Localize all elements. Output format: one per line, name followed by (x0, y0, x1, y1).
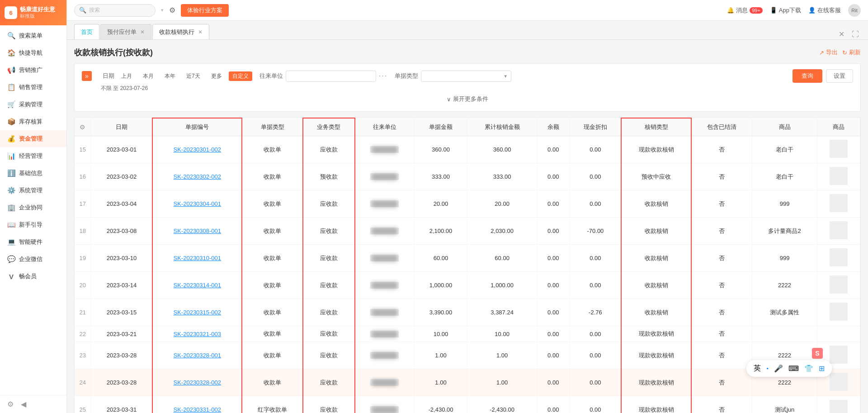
filter-voucher-type-select[interactable] (421, 71, 511, 82)
row-partner: ██████ (355, 245, 414, 272)
sidebar-item-operation[interactable]: 📊 经营管理 (0, 147, 66, 165)
row-biz-type: 应收款 (303, 299, 355, 326)
finance-icon: 💰 (7, 135, 15, 143)
collapse-icon[interactable]: ◀ (21, 400, 26, 408)
row-product: 2222 (752, 272, 817, 299)
table-row: 17 2023-03-04 SK-20230304-001 收款单 应收款 ██… (75, 190, 860, 218)
expand-tabs-icon[interactable]: ⛶ (850, 29, 861, 39)
filter-date-this-month[interactable]: 本月 (139, 71, 158, 81)
search-bar[interactable]: 🔍 搜索 (74, 4, 156, 17)
filter-toggle-btn[interactable]: » (82, 71, 92, 81)
row-include-settled: 否 (691, 396, 752, 413)
app-icon: 📱 (770, 7, 777, 14)
filter-date-last-month[interactable]: 上月 (117, 71, 136, 81)
col-settings-header[interactable]: ⚙ (75, 118, 91, 136)
row-write-off-type: 收款核销 (621, 299, 691, 326)
float-icon-shirt[interactable]: 👕 (802, 363, 815, 374)
topbar: 🔍 搜索 ▾ ⚙ 体验行业方案 🔔 消息 99+ 📱 App下载 👤 在线客服 (67, 0, 868, 21)
row-cash-discount: 0.00 (570, 369, 621, 396)
sidebar-item-basic[interactable]: ℹ️ 基础信息 (0, 165, 66, 182)
sidebar-item-member[interactable]: V 畅会员 (0, 268, 66, 285)
row-cumulative: 1,000.00 (467, 272, 537, 299)
tab-close-collection[interactable]: ✕ (198, 29, 203, 35)
sidebar-item-hardware[interactable]: 💻 智能硬件 (0, 233, 66, 251)
row-write-off-type: 现款收款核销 (621, 369, 691, 396)
col-write-off-type-header: 核销类型 (621, 118, 691, 136)
close-all-tabs-icon[interactable]: ✕ (837, 29, 846, 39)
sidebar-item-search[interactable]: 🔍 搜索菜单 (0, 27, 66, 44)
filter-date-custom[interactable]: 自定义 (229, 71, 252, 81)
row-amount: 3,390.00 (414, 299, 467, 326)
float-icon-ying[interactable]: 英 (752, 363, 763, 374)
filter-date-this-year[interactable]: 本年 (160, 71, 179, 81)
row-cash-discount: 0.00 (570, 190, 621, 218)
row-voucher-no: SK-20230331-002 (152, 396, 242, 413)
refresh-button[interactable]: ↻ 刷新 (842, 48, 861, 57)
sidebar-item-finance[interactable]: 💰 资金管理 (0, 130, 66, 147)
row-partner: ██████ (355, 272, 414, 299)
row-voucher-type: 收款单 (242, 190, 303, 218)
row-amount: 1,000.00 (414, 272, 467, 299)
industry-solution-button[interactable]: 体验行业方案 (181, 4, 229, 17)
row-voucher-no: SK-20230308-001 (152, 218, 242, 245)
sidebar-item-marketing[interactable]: 📢 营销推广 (0, 62, 66, 79)
table-row: 22 2023-03-21 SK-20230321-003 收款单 应收款 ██… (75, 326, 860, 342)
tab-collection[interactable]: 收款核销执行 ✕ (152, 24, 209, 39)
row-cumulative: 1.00 (467, 342, 537, 369)
sidebar-item-company[interactable]: 🏢 企业协同 (0, 199, 66, 216)
export-button[interactable]: ↗ 导出 (819, 48, 838, 57)
filter-date-7days[interactable]: 近7天 (182, 71, 204, 81)
sidebar-item-quicknav[interactable]: 🏠 快捷导航 (0, 44, 66, 62)
avatar[interactable]: Rit (848, 4, 861, 17)
col-settings-icon[interactable]: ⚙ (80, 123, 85, 131)
float-icon-keyboard[interactable]: ⌨ (787, 363, 801, 374)
filter-date-more[interactable]: 更多 (207, 71, 226, 81)
row-voucher-no: SK-20230321-003 (152, 326, 242, 342)
float-icon-mic[interactable]: 🎤 (772, 363, 785, 374)
float-icon-dot[interactable]: ● (764, 366, 770, 371)
row-product2 (817, 326, 860, 342)
row-voucher-type: 收款单 (242, 369, 303, 396)
row-balance: 0.00 (537, 326, 570, 342)
filter-bar: » 日期 上月 本月 本年 近7天 更多 自定义 往来单位 (74, 63, 861, 112)
notifications-item[interactable]: 🔔 消息 99+ (727, 6, 763, 14)
row-date: 2023-03-04 (91, 190, 152, 218)
sidebar-item-system[interactable]: ⚙️ 系统管理 (0, 182, 66, 199)
float-toolbar: 英 ● 🎤 ⌨ 👕 ⊞ (746, 360, 832, 377)
sidebar-item-purchase[interactable]: 🛒 采购管理 (0, 96, 66, 113)
filter-date-buttons: 上月 本月 本年 近7天 更多 自定义 (117, 71, 252, 81)
table-row: 19 2023-03-10 SK-20230310-001 收款单 应收款 ██… (75, 245, 860, 272)
sidebar-item-guide[interactable]: 📖 新手引导 (0, 216, 66, 233)
row-cash-discount: -2.76 (570, 299, 621, 326)
sidebar-item-wechat[interactable]: 💬 企业微信 (0, 251, 66, 268)
float-icon-grid[interactable]: ⊞ (817, 363, 826, 374)
sidebar-item-sales[interactable]: 📋 销售管理 (0, 79, 66, 96)
tab-home[interactable]: 首页 (74, 24, 99, 39)
filter-partner-label: 往来单位 (259, 72, 283, 80)
marketing-icon: 📢 (7, 66, 15, 74)
search-icon: 🔍 (7, 32, 15, 40)
settings-button[interactable]: 设置 (826, 69, 853, 83)
sidebar-item-inventory[interactable]: 📦 库存核算 (0, 113, 66, 130)
row-cumulative: 360.00 (467, 136, 537, 163)
query-button[interactable]: 查询 (793, 69, 822, 83)
row-amount: 60.00 (414, 245, 467, 272)
tab-prepay[interactable]: 预付应付单 ✕ (100, 24, 151, 39)
filter-partner-input[interactable] (286, 71, 376, 82)
row-cumulative: 10.00 (467, 326, 537, 342)
page-title: 收款核销执行(按收款) (74, 47, 153, 58)
app-download-item[interactable]: 📱 App下载 (770, 6, 801, 14)
gear-icon[interactable]: ⚙ (169, 6, 175, 14)
online-support-item[interactable]: 👤 在线客服 (808, 6, 841, 14)
tab-close-prepay[interactable]: ✕ (140, 29, 145, 35)
row-include-settled: 否 (691, 190, 752, 218)
row-cash-discount: 0.00 (570, 136, 621, 163)
settings-bottom-icon[interactable]: ⚙ (7, 400, 14, 408)
row-write-off-type: 收款核销 (621, 245, 691, 272)
dropdown-selector[interactable]: ▾ (161, 7, 164, 13)
row-date: 2023-03-02 (91, 163, 152, 190)
row-voucher-no: SK-20230302-002 (152, 163, 242, 190)
wechat-icon: 💬 (7, 255, 15, 263)
filter-partner-dots[interactable]: ··· (379, 72, 387, 80)
filter-expand-btn[interactable]: ∨ 展开更多条件 (82, 92, 853, 106)
